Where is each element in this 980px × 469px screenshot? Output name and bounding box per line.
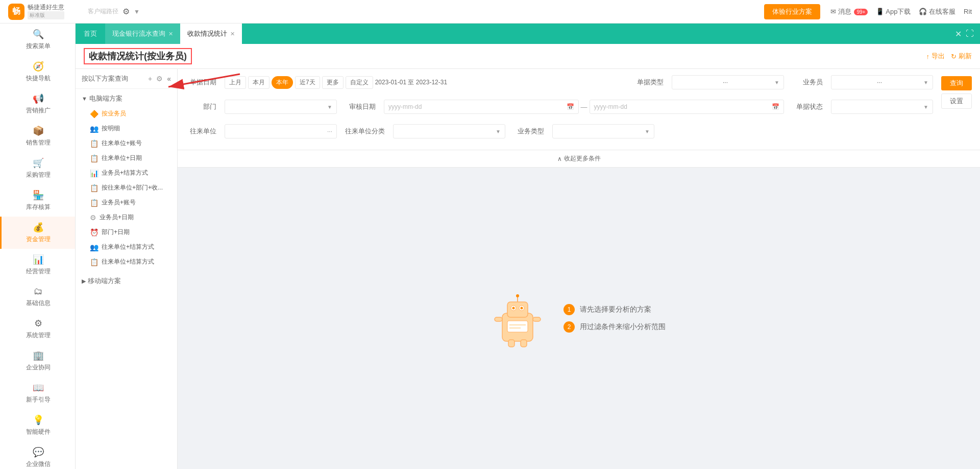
sidebar-item-system[interactable]: ⚙ 系统管理 xyxy=(0,313,75,345)
scheme-item-cs1-label: 往来单位+结算方式 xyxy=(102,243,154,251)
business-type-label: 业务类型 xyxy=(513,127,544,136)
date-btn-7days[interactable]: 近7天 xyxy=(295,76,320,89)
counterparty-label: 往来单位 xyxy=(186,127,216,136)
online-service-area[interactable]: 🎧 在线客服 xyxy=(919,7,955,16)
date-btn-last-month[interactable]: 上月 xyxy=(225,76,246,89)
date-btn-this-month[interactable]: 本月 xyxy=(248,76,270,89)
scheme-item-sa-icon: 📋 xyxy=(90,199,99,207)
dept-select[interactable]: ▼ xyxy=(225,100,337,114)
sidebar-item-hardware[interactable]: 💡 智能硬件 xyxy=(0,409,75,441)
refresh-btn[interactable]: ↻ 刷新 xyxy=(951,52,972,61)
query-btn[interactable]: 查询 xyxy=(941,76,972,90)
scheme-header-title: 按以下方案查询 xyxy=(82,74,128,83)
export-label: 导出 xyxy=(932,52,945,61)
collapse-icon: ∧ xyxy=(557,155,562,162)
sidebar-item-purchase-label: 采购管理 xyxy=(26,171,51,179)
sidebar-item-marketing[interactable]: 📢 营销推广 xyxy=(0,88,75,120)
version-badge: 标准版 xyxy=(28,11,64,19)
type-select[interactable]: ··· ▼ xyxy=(672,75,784,89)
scheme-item-dept-date[interactable]: ⏰ 部门+日期 xyxy=(76,225,177,240)
sidebar-item-basicinfo-label: 基础信息 xyxy=(26,299,51,308)
scheme-item-salesperson-label: 按业务员 xyxy=(102,109,126,118)
counterparty-dots-icon: ··· xyxy=(327,128,332,135)
scheme-item-salesperson-date[interactable]: ⚙ 业务员+日期 xyxy=(76,210,177,225)
sidebar-item-newguide[interactable]: 📖 新手引导 xyxy=(0,377,75,409)
sidebar-item-finance-label: 资金管理 xyxy=(26,235,51,244)
scheme-item-salesperson-settlement[interactable]: 📊 业务员+结算方式 xyxy=(76,166,177,180)
scheme-item-counterparty-settlement2[interactable]: 📋 往来单位+结算方式 xyxy=(76,254,177,269)
tab-home[interactable]: 首页 xyxy=(76,24,105,44)
refresh-label: 刷新 xyxy=(959,52,972,61)
step-2-label: 用过滤条件来缩小分析范围 xyxy=(580,322,666,332)
sidebar-item-operations[interactable]: 📊 经营管理 xyxy=(0,249,75,281)
sidebar-item-purchase[interactable]: 🛒 采购管理 xyxy=(0,152,75,184)
counterparty-category-select[interactable]: ▼ xyxy=(393,124,505,138)
messages-area[interactable]: ✉ 消息 99+ xyxy=(830,7,868,16)
sidebar-item-search-label: 搜索菜单 xyxy=(26,42,51,51)
dept-chevron-down-icon: ▼ xyxy=(327,104,332,110)
date-btn-custom[interactable]: 自定义 xyxy=(346,76,373,89)
sidebar-item-quicknav[interactable]: 🧭 快捷导航 xyxy=(0,56,75,88)
settings-gear-icon[interactable]: ⚙ xyxy=(122,7,130,16)
page-header-actions: ↑ 导出 ↻ 刷新 xyxy=(926,52,972,61)
trial-btn[interactable]: 体验行业方案 xyxy=(764,4,820,19)
filter-row-date: 单据日期 上月 本月 本年 近7天 更多 自定义 2023-01-01 至 20… xyxy=(186,75,933,89)
sidebar-item-inventory[interactable]: 🏪 库存核算 xyxy=(0,184,75,217)
app-download-area[interactable]: 📱 App下载 xyxy=(876,7,911,16)
tab-bank-flow-label: 现金银行流水查询 xyxy=(112,29,165,38)
counterparty-select[interactable]: ··· xyxy=(225,124,337,138)
main-content: 首页 现金银行流水查询 ✕ 收款情况统计 ✕ ✕ ⛶ 收款情况统计(按业务员) … xyxy=(76,24,980,469)
business-type-chevron-down-icon: ▼ xyxy=(645,129,650,134)
scheme-settings-icon[interactable]: ⚙ xyxy=(156,75,163,83)
inventory-icon: 🏪 xyxy=(33,190,44,201)
sidebar-item-collab[interactable]: 🏢 企业协同 xyxy=(0,345,75,377)
scheme-item-counterparty-settlement1[interactable]: 👥 往来单位+结算方式 xyxy=(76,240,177,254)
scheme-group-mobile-header[interactable]: ▶ 移动端方案 xyxy=(76,273,177,289)
dropdown-icon[interactable]: ▼ xyxy=(134,8,140,15)
sidebar-item-search[interactable]: 🔍 搜索菜单 xyxy=(0,24,75,56)
svg-rect-13 xyxy=(508,340,514,347)
review-date-end[interactable]: yyyy-mm-dd 📅 xyxy=(590,100,785,114)
scheme-item-salesperson-account[interactable]: 📋 业务员+账号 xyxy=(76,195,177,210)
refresh-icon: ↻ xyxy=(951,53,957,60)
window-maximize-icon[interactable]: ⛶ xyxy=(966,29,974,38)
sidebar-item-basicinfo[interactable]: 🗂 基础信息 xyxy=(0,281,75,313)
tab-receipt-stats[interactable]: 收款情况统计 ✕ xyxy=(180,24,242,44)
sidebar-item-hardware-label: 智能硬件 xyxy=(26,428,51,436)
sidebar-item-finance[interactable]: 💰 资金管理 xyxy=(0,217,75,249)
online-service-label: 在线客服 xyxy=(929,8,955,15)
date-btn-this-year[interactable]: 本年 xyxy=(272,76,293,89)
scheme-item-counterparty-date[interactable]: 📋 往来单位+日期 xyxy=(76,151,177,166)
scheme-group-desktop-header[interactable]: ▼ 电脑端方案 xyxy=(76,91,177,106)
scheme-item-cs1-icon: 👥 xyxy=(90,243,99,251)
salesperson-chevron-down-icon: ▼ xyxy=(923,80,928,85)
operations-icon: 📊 xyxy=(33,254,44,265)
empty-state-area: 1 请先选择要分析的方案 2 用过滤条件来缩小分析范围 xyxy=(178,168,980,469)
scheme-collapse-icon[interactable]: « xyxy=(167,75,171,83)
settings-btn[interactable]: 设置 xyxy=(941,93,972,109)
salesperson-label: 业务员 xyxy=(792,78,823,87)
business-type-select[interactable]: ▼ xyxy=(552,124,654,138)
scheme-item-by-salesperson[interactable]: 🔶 按业务员 xyxy=(76,106,177,121)
scheme-item-detail[interactable]: 👥 按明细 xyxy=(76,121,177,136)
scheme-item-counterparty-account[interactable]: 📋 往来单位+账号 xyxy=(76,136,177,151)
tab-bank-flow[interactable]: 现金银行流水查询 ✕ xyxy=(105,24,180,44)
sidebar-item-wechat[interactable]: 💬 企业微信 xyxy=(0,441,75,469)
sidebar-item-marketing-label: 营销推广 xyxy=(26,106,51,115)
tab-bank-flow-close-icon[interactable]: ✕ xyxy=(168,31,173,37)
sidebar-item-sales[interactable]: 📦 销售管理 xyxy=(0,120,75,152)
tab-receipt-stats-close-icon[interactable]: ✕ xyxy=(230,31,235,37)
scheme-item-dept-combination[interactable]: 📋 按往来单位+部门+收... xyxy=(76,180,177,195)
review-date-start[interactable]: yyyy-mm-dd 📅 xyxy=(384,100,579,114)
bill-status-select[interactable]: ▼ xyxy=(831,100,933,114)
date-btn-more[interactable]: 更多 xyxy=(322,76,344,89)
export-btn[interactable]: ↑ 导出 xyxy=(926,52,945,61)
review-date-start-value: yyyy-mm-dd xyxy=(388,103,422,110)
bill-status-chevron-down-icon: ▼ xyxy=(923,104,928,110)
window-close-icon[interactable]: ✕ xyxy=(955,29,962,39)
scheme-add-icon[interactable]: + xyxy=(148,75,152,83)
collapse-bar[interactable]: ∧ 收起更多条件 xyxy=(178,150,980,168)
salesperson-select[interactable]: ··· ▼ xyxy=(831,75,933,89)
user-area[interactable]: Rit xyxy=(964,8,972,15)
review-date-label: 审核日期 xyxy=(345,102,376,111)
